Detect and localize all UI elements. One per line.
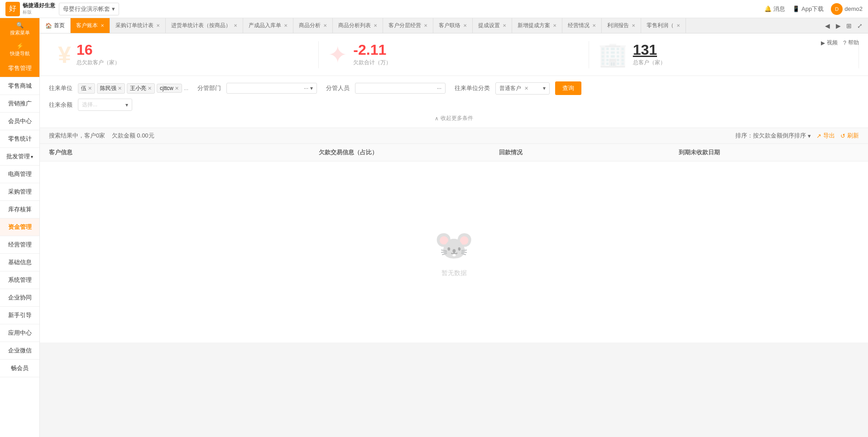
tab-home[interactable]: 🏠 首页 bbox=[40, 18, 71, 33]
sidebar-item-retail-mall[interactable]: 零售商城 bbox=[0, 77, 39, 95]
results-actions: 排序：按欠款金额倒序排序 ▾ ↗ 导出 ↺ 刷新 bbox=[735, 132, 859, 140]
filter-more-button[interactable]: ... bbox=[184, 85, 188, 91]
tab-stock-stats[interactable]: 进货单统计表（按商品） ✕ bbox=[166, 18, 243, 33]
sidebar-item-appstore[interactable]: 应用中心 bbox=[0, 324, 39, 342]
tag-wu-close[interactable]: ✕ bbox=[88, 86, 92, 91]
person-more-icon: ··· bbox=[437, 85, 441, 91]
export-button[interactable]: ↗ 导出 bbox=[816, 132, 835, 140]
yuan-icon: ¥ bbox=[58, 41, 71, 68]
tab-customer-ledger[interactable]: 客户账本 ✕ bbox=[71, 18, 110, 33]
tab-close-icon-12[interactable]: ✕ bbox=[632, 23, 635, 28]
balance-select[interactable]: 选择... ▾ bbox=[78, 99, 132, 111]
sidebar-item-inventory[interactable]: 库存核算 bbox=[0, 201, 39, 218]
results-summary: 搜索结果中，客户0家 bbox=[49, 132, 105, 139]
sidebar-item-basic[interactable]: 基础信息 bbox=[0, 254, 39, 271]
sidebar-item-vip[interactable]: 畅会员 bbox=[0, 360, 39, 377]
balance-placeholder: 选择... bbox=[82, 101, 97, 109]
sidebar-item-member[interactable]: 会员中心 bbox=[0, 113, 39, 130]
tab-customer-tier[interactable]: 客户分层经营 ✕ bbox=[383, 18, 433, 33]
message-button[interactable]: 🔔 消息 bbox=[764, 5, 785, 13]
col-due-date: 到期未收款日期 bbox=[679, 148, 859, 157]
stat-arrears-label: 欠款合计（万） bbox=[353, 59, 391, 66]
sidebar-item-purchase[interactable]: 采购管理 bbox=[0, 183, 39, 201]
tab-fullscreen-button[interactable]: ⤢ bbox=[855, 21, 864, 30]
tag-wang-text: 王小亮 bbox=[130, 85, 146, 92]
tab-next-button[interactable]: ▶ bbox=[834, 21, 843, 30]
sidebar-label-operation: 经营管理 bbox=[8, 241, 32, 248]
tab-customer-contact[interactable]: 客户联络 ✕ bbox=[433, 18, 473, 33]
app-download-button[interactable]: 📱 App下载 bbox=[792, 5, 824, 13]
dept-chevron-icon: ▾ bbox=[310, 85, 313, 91]
sidebar-item-retail-stats[interactable]: 零售统计 bbox=[0, 130, 39, 148]
person-label: 分管人员 bbox=[326, 84, 350, 92]
video-button[interactable]: ▶ 视频 bbox=[821, 39, 838, 47]
store-selector[interactable]: 母婴行业演示帐套 ▾ bbox=[59, 3, 119, 15]
tab-close-icon[interactable]: ✕ bbox=[101, 23, 104, 28]
tab-production[interactable]: 产成品入库单 ✕ bbox=[243, 18, 293, 33]
unit-class-label: 往来单位分类 bbox=[455, 84, 490, 92]
tab-close-icon-3[interactable]: ✕ bbox=[234, 23, 237, 28]
tab-new-commission[interactable]: 新增提成方案 ✕ bbox=[512, 18, 562, 33]
tab-close-icon-6[interactable]: ✕ bbox=[374, 23, 377, 28]
sidebar-label-wechat: 企业微信 bbox=[8, 347, 32, 354]
tab-bar: 🏠 首页 客户账本 ✕ 采购订单统计表 ✕ 进货单统计表（按商品） ✕ 产成品入… bbox=[40, 18, 868, 33]
sidebar-item-wechat[interactable]: 企业微信 bbox=[0, 342, 39, 360]
help-button[interactable]: ? 帮助 bbox=[843, 39, 859, 47]
tab-retail-profit[interactable]: 零售利润（ ✕ bbox=[641, 18, 686, 33]
dept-more-icon: ··· bbox=[304, 85, 308, 91]
tab-close-icon-13[interactable]: ✕ bbox=[676, 23, 680, 28]
tab-operation-status[interactable]: 经营情况 ✕ bbox=[562, 18, 602, 33]
unit-class-select[interactable]: 普通客户 ✕ ▾ bbox=[495, 82, 550, 95]
arrears-icon: ✦ bbox=[328, 41, 348, 68]
tab-new-commission-label: 新增提成方案 bbox=[518, 22, 550, 29]
tab-close-icon-9[interactable]: ✕ bbox=[503, 23, 506, 28]
filter-row-1: 往来单位 伍 ✕ 陈民强 ✕ 王小亮 ✕ bbox=[49, 81, 859, 95]
sidebar-item-ecommerce[interactable]: 电商管理 bbox=[0, 166, 39, 183]
empty-text: 暂无数据 bbox=[441, 269, 467, 277]
sidebar-search[interactable]: 🔍 搜索菜单 bbox=[0, 18, 39, 40]
export-label: 导出 bbox=[823, 132, 835, 140]
tab-close-icon-5[interactable]: ✕ bbox=[323, 23, 327, 28]
tag-wang-close[interactable]: ✕ bbox=[148, 86, 152, 91]
home-icon: 🏠 bbox=[45, 23, 52, 29]
sidebar-item-retail[interactable]: 零售管理 bbox=[0, 60, 39, 77]
tab-close-icon-7[interactable]: ✕ bbox=[424, 23, 427, 28]
sidebar-item-enterprise[interactable]: 企业协同 bbox=[0, 289, 39, 307]
sidebar-item-operation[interactable]: 经营管理 bbox=[0, 236, 39, 254]
tab-expand-button[interactable]: ⊞ bbox=[844, 21, 854, 30]
tab-commission-setting[interactable]: 提成设置 ✕ bbox=[473, 18, 512, 33]
sidebar-item-finance[interactable]: 资金管理 bbox=[0, 218, 39, 236]
refresh-button[interactable]: ↺ 刷新 bbox=[840, 132, 859, 140]
tab-close-icon-11[interactable]: ✕ bbox=[592, 23, 596, 28]
tab-product-list[interactable]: 商品分析列表 ✕ bbox=[333, 18, 383, 33]
unit-class-close[interactable]: ✕ bbox=[524, 86, 528, 91]
collapse-button[interactable]: ∧ 收起更多条件 bbox=[49, 114, 859, 122]
tab-profit-report[interactable]: 利润报告 ✕ bbox=[602, 18, 641, 33]
person-select[interactable]: ··· bbox=[355, 83, 446, 94]
tab-close-icon-8[interactable]: ✕ bbox=[463, 23, 467, 28]
top-bar: 好 畅捷通好生意 标版 母婴行业演示帐套 ▾ 🔔 消息 📱 App下载 D de… bbox=[0, 0, 868, 18]
sidebar-label-enterprise: 企业协同 bbox=[8, 294, 32, 301]
tab-close-icon-4[interactable]: ✕ bbox=[284, 23, 288, 28]
sidebar-label-marketing: 营销推广 bbox=[8, 100, 32, 107]
tag-cjttcw-close[interactable]: ✕ bbox=[175, 86, 179, 91]
sidebar-item-system[interactable]: 系统管理 bbox=[0, 271, 39, 289]
logo-area: 好 畅捷通好生意 标版 bbox=[5, 2, 55, 16]
sidebar-item-guide[interactable]: 新手引导 bbox=[0, 307, 39, 324]
sidebar-item-wholesale[interactable]: 批发管理 ▾ bbox=[0, 148, 39, 166]
tab-prev-button[interactable]: ◀ bbox=[823, 21, 832, 30]
sidebar-label-vip: 畅会员 bbox=[11, 365, 29, 371]
sidebar-item-marketing[interactable]: 营销推广 bbox=[0, 95, 39, 113]
tab-product-analysis[interactable]: 商品分析 ✕ bbox=[293, 18, 333, 33]
user-area[interactable]: D demo2 bbox=[831, 3, 863, 15]
stat-customers: ¥ 16 总欠款客户（家） bbox=[49, 41, 319, 68]
tag-chen-close[interactable]: ✕ bbox=[118, 86, 122, 91]
sidebar-nav[interactable]: ⚡ 快捷导航 bbox=[0, 40, 39, 60]
tab-close-icon-2[interactable]: ✕ bbox=[156, 23, 160, 28]
query-button[interactable]: 查询 bbox=[555, 81, 581, 95]
tab-purchase-order[interactable]: 采购订单统计表 ✕ bbox=[110, 18, 166, 33]
tab-close-icon-10[interactable]: ✕ bbox=[553, 23, 556, 28]
dept-select[interactable]: ··· ▾ bbox=[226, 83, 317, 94]
stats-row: ¥ 16 总欠款客户（家） ✦ -2.11 欠款合计（万） 🏢 bbox=[40, 33, 868, 76]
sort-selector[interactable]: 排序：按欠款金额倒序排序 ▾ bbox=[735, 132, 811, 140]
